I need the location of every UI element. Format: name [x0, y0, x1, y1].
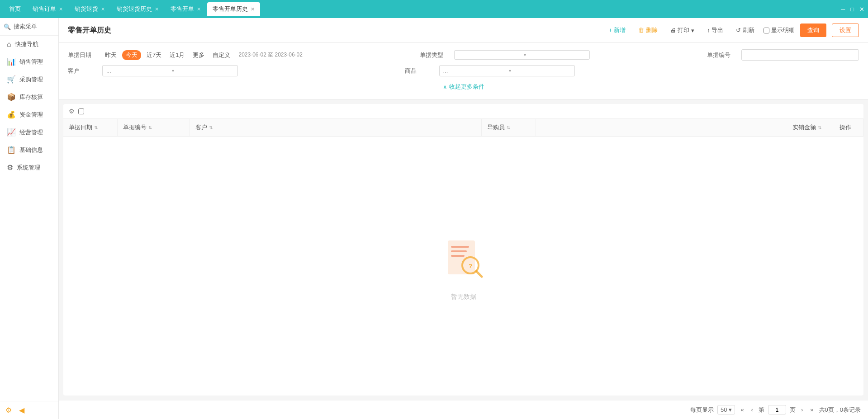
page-number-input[interactable] [768, 405, 786, 414]
sidebar-item-quick-nav[interactable]: ⌂ 快捷导航 [0, 36, 58, 53]
page-num-label: 第 [759, 406, 764, 414]
prev-page-button[interactable]: ‹ [749, 405, 755, 414]
page-size-label: 每页显示 [690, 406, 714, 414]
svg-text:?: ? [469, 263, 472, 269]
page-title: 零售开单历史 [68, 26, 111, 41]
sidebar-item-label: 基础信息 [19, 146, 43, 154]
query-button[interactable]: 查询 [800, 24, 826, 37]
close-tab-sales-return-history[interactable]: ✕ [155, 6, 159, 12]
tab-sales-order[interactable]: 销售订单 ✕ [27, 2, 68, 16]
close-window-button[interactable]: ✕ [859, 6, 864, 13]
sidebar-item-label: 采购管理 [19, 75, 43, 84]
sidebar-search[interactable]: 🔍 搜索采单 [0, 18, 58, 36]
close-tab-retail-open[interactable]: ✕ [197, 6, 201, 12]
filter-row-1: 单据日期 昨天 今天 近7天 近1月 更多 自定义 2023-06-02 至 2… [68, 49, 859, 61]
goods-select[interactable]: ... ▾ [439, 65, 575, 76]
page-size-select[interactable]: 50 ▾ [717, 405, 735, 414]
filter-area: 单据日期 昨天 今天 近7天 近1月 更多 自定义 2023-06-02 至 2… [59, 43, 868, 99]
table-toolbar: ⚙ [63, 104, 863, 119]
close-tab-retail-history[interactable]: ✕ [251, 6, 255, 12]
type-label: 单据类型 [420, 51, 447, 59]
sort-date-icon: ⇅ [94, 125, 98, 130]
table-settings-icon[interactable]: ⚙ [69, 108, 75, 115]
date-btn-more[interactable]: 更多 [190, 50, 207, 60]
main-layout: 🔍 搜索采单 ⌂ 快捷导航 📊 销售管理 🛒 采购管理 📦 库存核算 💰 资金管… [0, 18, 868, 419]
last-page-button[interactable]: » [808, 405, 815, 414]
print-button[interactable]: 🖨 打印 ▾ [667, 24, 698, 36]
date-range-display: 2023-06-02 至 2023-06-02 [238, 51, 302, 59]
sidebar-item-operations[interactable]: 📈 经营管理 [0, 123, 58, 141]
settings-icon[interactable]: ⚙ [5, 406, 12, 414]
th-billno[interactable]: 单据编号 ⇅ [118, 119, 190, 136]
page-header: 零售开单历史 + 新增 🗑 删除 🖨 打印 ▾ ↑ 导出 ↺ 刷新 显示明细 查… [59, 18, 868, 43]
next-page-button[interactable]: › [799, 405, 805, 414]
date-btn-7days[interactable]: 近7天 [144, 50, 164, 60]
filter-collapse-btn[interactable]: ∧ 收起更多条件 [68, 81, 859, 93]
sales-icon: 📊 [7, 57, 16, 66]
empty-illustration: ? [436, 231, 491, 286]
add-button[interactable]: + 新增 [605, 24, 629, 36]
date-label: 单据日期 [68, 51, 95, 59]
basic-info-icon: 📋 [7, 146, 16, 154]
tab-retail-open[interactable]: 零售开单 ✕ [165, 2, 206, 16]
settings-query-button[interactable]: 设置 [832, 24, 859, 37]
sidebar-item-purchase-mgmt[interactable]: 🛒 采购管理 [0, 71, 58, 88]
tab-retail-history[interactable]: 零售开单历史 ✕ [207, 2, 260, 16]
top-nav: 首页 销售订单 ✕ 销货退货 ✕ 销货退货历史 ✕ 零售开单 ✕ 零售开单历史 … [0, 0, 868, 18]
sidebar-item-system[interactable]: ⚙ 系统管理 [0, 159, 58, 176]
tab-sales-return-history[interactable]: 销货退货历史 ✕ [111, 2, 164, 16]
sidebar-item-label: 快捷导航 [15, 40, 38, 48]
display-detail-checkbox[interactable]: 显示明细 [764, 26, 795, 34]
customer-label: 客户 [68, 67, 95, 75]
minimize-button[interactable]: ─ [841, 6, 845, 13]
svg-rect-3 [451, 255, 465, 257]
table-header: 单据日期 ⇅ 单据编号 ⇅ 客户 ⇅ 导购员 ⇅ 实销金额 ⇅ [63, 119, 863, 137]
total-info: 共0页，0条记录 [819, 406, 861, 414]
goods-select-arrow: ▾ [509, 68, 571, 73]
pagination: 每页显示 50 ▾ « ‹ 第 页 › » 共0页，0条记录 [59, 400, 868, 419]
display-detail-input[interactable] [764, 28, 769, 33]
maximize-button[interactable]: □ [850, 6, 854, 13]
sidebar-item-basic-info[interactable]: 📋 基础信息 [0, 141, 58, 159]
filter-row-2: 客户 ... ▾ 商品 ... ▾ [68, 65, 859, 76]
finance-icon: 💰 [7, 110, 16, 119]
close-tab-sales-return[interactable]: ✕ [101, 6, 105, 12]
type-select-arrow: ▾ [524, 52, 586, 57]
operations-icon: 📈 [7, 128, 16, 137]
close-tab-sales-order[interactable]: ✕ [59, 6, 63, 12]
date-btn-custom[interactable]: 自定义 [210, 50, 233, 60]
th-amount[interactable]: 实销金额 ⇅ [536, 119, 828, 136]
empty-text: 暂无数据 [451, 293, 476, 301]
empty-state: ? 暂无数据 [63, 137, 863, 395]
th-customer[interactable]: 客户 ⇅ [190, 119, 482, 136]
type-select[interactable]: ▾ [454, 50, 590, 60]
page-label: 页 [790, 406, 796, 414]
th-guide[interactable]: 导购员 ⇅ [482, 119, 536, 136]
sidebar: 🔍 搜索采单 ⌂ 快捷导航 📊 销售管理 🛒 采购管理 📦 库存核算 💰 资金管… [0, 18, 59, 419]
customer-select[interactable]: ... ▾ [102, 65, 238, 76]
sidebar-item-label: 销售管理 [19, 58, 43, 66]
sort-guide-icon: ⇅ [507, 125, 510, 130]
svg-line-5 [476, 271, 482, 277]
svg-rect-1 [451, 246, 469, 248]
date-btn-today[interactable]: 今天 [122, 50, 141, 60]
tab-home[interactable]: 首页 [4, 2, 26, 16]
delete-button[interactable]: 🗑 删除 [635, 24, 661, 36]
export-button[interactable]: ↑ 导出 [703, 24, 727, 36]
date-btn-yesterday[interactable]: 昨天 [102, 50, 119, 60]
select-all-checkbox[interactable] [78, 108, 84, 114]
inventory-icon: 📦 [7, 93, 16, 101]
sidebar-item-sales-mgmt[interactable]: 📊 销售管理 [0, 53, 58, 71]
window-controls: ─ □ ✕ [841, 6, 864, 13]
date-btn-1month[interactable]: 近1月 [167, 50, 187, 60]
tab-sales-return[interactable]: 销货退货 ✕ [69, 2, 110, 16]
table-area: ⚙ 单据日期 ⇅ 单据编号 ⇅ 客户 ⇅ 导购员 ⇅ [63, 104, 863, 395]
billno-input[interactable] [741, 49, 859, 61]
sidebar-item-finance[interactable]: 💰 资金管理 [0, 106, 58, 123]
sidebar-item-inventory[interactable]: 📦 库存核算 [0, 88, 58, 106]
th-date[interactable]: 单据日期 ⇅ [63, 119, 118, 136]
collapse-icon[interactable]: ◀ [19, 406, 24, 414]
sort-amount-icon: ⇅ [818, 125, 821, 130]
first-page-button[interactable]: « [739, 405, 745, 414]
refresh-button[interactable]: ↺ 刷新 [732, 24, 758, 36]
